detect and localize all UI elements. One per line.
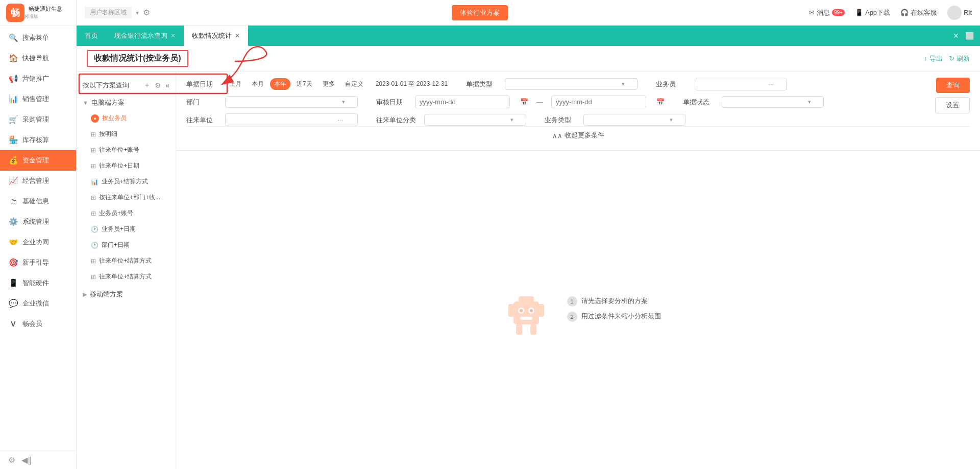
maximize-icon[interactable]: ⬜	[965, 32, 974, 40]
sidebar-nav: 🔍 搜索菜单 🏠 快捷导航 📢 营销推广 📊 销售管理 🛒 采购管理 🏪 库存核…	[0, 26, 76, 451]
calendar-icon-end[interactable]: 📅	[656, 98, 665, 106]
date-end: 2023-12-31	[416, 80, 448, 87]
user-item[interactable]: Rit	[947, 6, 972, 20]
tip-text-1: 请先选择要分析的方案	[581, 296, 648, 306]
sidebar-item-system[interactable]: ⚙️ 系统管理	[0, 212, 76, 232]
export-button[interactable]: ↑ 导出	[924, 54, 943, 63]
close-window-icon[interactable]: ✕	[953, 32, 959, 40]
capital-icon: 💰	[8, 155, 18, 166]
page-title: 收款情况统计(按业务员)	[94, 54, 181, 62]
partner-classification-select[interactable]: ▾	[424, 114, 526, 126]
header-settings-icon[interactable]: ⚙	[143, 8, 150, 17]
scheme-item-partner-settlement2[interactable]: ⊞ 往来单位+结算方式	[77, 269, 176, 285]
date-tab-last-month[interactable]: 上月	[225, 78, 246, 90]
scheme-item-partner-date[interactable]: ⊞ 往来单位+日期	[77, 158, 176, 174]
dept-chevron: ▾	[342, 99, 345, 105]
sidebar-item-member[interactable]: V 畅会员	[0, 314, 76, 334]
sidebar-item-capital[interactable]: 💰 资金管理	[0, 150, 76, 171]
voucher-type-label: 单据类型	[466, 80, 497, 89]
voucher-type-chevron: ▾	[622, 81, 625, 87]
tab-bar: 首页 现金银行流水查询 ✕ 收款情况统计 ✕ ✕ ⬜	[77, 26, 980, 46]
scheme-item-salesperson-account[interactable]: ⊞ 业务员+账号	[77, 205, 176, 221]
sidebar-label-guide: 新手引导	[22, 258, 49, 267]
date-tab-more[interactable]: 更多	[318, 78, 339, 90]
sidebar-item-quick-nav[interactable]: 🏠 快捷导航	[0, 48, 76, 68]
audit-date-end[interactable]	[551, 96, 646, 108]
panel-collapse-icon[interactable]: «	[165, 81, 169, 89]
home-icon: 🏠	[8, 53, 18, 63]
sidebar-item-basic[interactable]: 🗂 基础信息	[0, 191, 76, 212]
mobile-section-title[interactable]: ▶ 移动端方案	[77, 287, 176, 302]
active-indicator: ●	[91, 114, 99, 123]
partner-dept-icon: ⊞	[91, 194, 96, 201]
sidebar-item-hardware[interactable]: 📱 智能硬件	[0, 273, 76, 293]
query-button[interactable]: 查询	[936, 78, 970, 93]
audit-date-start[interactable]	[415, 96, 510, 108]
sidebar-item-guide[interactable]: 🎯 新手引导	[0, 252, 76, 273]
svg-rect-7	[508, 304, 514, 317]
salesperson-account-icon: ⊞	[91, 210, 96, 217]
dept-select[interactable]: ▾	[225, 96, 358, 108]
sidebar-item-wechat[interactable]: 💬 企业微信	[0, 293, 76, 314]
date-tab-custom[interactable]: 自定义	[341, 78, 368, 90]
scheme-item-partner-settlement1[interactable]: ⊞ 往来单位+结算方式	[77, 253, 176, 269]
svg-point-5	[530, 309, 533, 312]
date-dash: —	[536, 98, 543, 106]
date-tab-this-month[interactable]: 本月	[248, 78, 268, 90]
sidebar-label-system: 系统管理	[22, 217, 49, 226]
sidebar-item-enterprise[interactable]: 🤝 企业协同	[0, 232, 76, 252]
scheme-item-salesperson-settlement[interactable]: 📊 业务员+结算方式	[77, 174, 176, 190]
sidebar-label-sales: 销售管理	[22, 95, 49, 104]
sidebar-label-search: 搜索菜单	[22, 33, 49, 42]
tab-bank-flow[interactable]: 现金银行流水查询 ✕	[106, 26, 184, 46]
more-dots[interactable]: ···	[768, 80, 774, 88]
scheme-item-by-partner-dept[interactable]: ⊞ 按往来单位+部门+收...	[77, 190, 176, 205]
panel-settings-icon[interactable]: ⚙	[155, 81, 161, 89]
scheme-item-partner-account[interactable]: ⊞ 往来单位+账号	[77, 142, 176, 158]
sidebar-item-sales[interactable]: 📊 销售管理	[0, 89, 76, 109]
scheme-item-dept-date[interactable]: 🕐 部门+日期	[77, 237, 176, 253]
sidebar-item-inventory[interactable]: 🏪 库存核算	[0, 130, 76, 150]
salesperson-select[interactable]: ···	[695, 78, 787, 90]
tab-collection-stats-close[interactable]: ✕	[235, 32, 240, 39]
header-dropdown-icon[interactable]: ▾	[136, 9, 139, 16]
scheme-item-salesperson-date[interactable]: 🕐 业务员+日期	[77, 221, 176, 237]
partner-select[interactable]: ···	[225, 113, 358, 126]
tab-collection-stats[interactable]: 收款情况统计 ✕	[184, 26, 248, 46]
scheme-item-by-salesperson[interactable]: ● 按业务员	[77, 110, 176, 126]
partner-label: 往来单位	[186, 115, 217, 125]
footer-collapse-icon[interactable]: ◀‖	[21, 455, 32, 465]
date-tab-7days[interactable]: 近7天	[292, 78, 316, 90]
svg-rect-6	[520, 317, 532, 320]
sidebar-item-marketing[interactable]: 📢 营销推广	[0, 68, 76, 89]
scheme-item-label: 部门+日期	[102, 241, 130, 249]
wechat-icon: 💬	[8, 298, 18, 309]
trial-button[interactable]: 体验行业方案	[452, 5, 508, 20]
refresh-button[interactable]: ↻ 刷新	[949, 54, 970, 63]
scheme-item-by-detail[interactable]: ⊞ 按明细	[77, 126, 176, 142]
mobile-section: ▶ 移动端方案	[77, 287, 176, 302]
sidebar-item-purchase[interactable]: 🛒 采购管理	[0, 109, 76, 130]
scheme-item-label: 业务员+日期	[102, 225, 136, 233]
footer-settings-icon[interactable]: ⚙	[8, 455, 15, 465]
calendar-icon-start[interactable]: 📅	[520, 98, 528, 106]
panel-add-icon[interactable]: ＋	[143, 81, 151, 90]
sidebar-item-search[interactable]: 🔍 搜索菜单	[0, 28, 76, 48]
voucher-status-select[interactable]: ▾	[722, 96, 824, 108]
business-type-select[interactable]: ▾	[583, 114, 685, 126]
date-tab-this-year[interactable]: 本年	[270, 78, 290, 90]
tab-home[interactable]: 首页	[77, 26, 106, 46]
voucher-type-select[interactable]: ▾	[505, 78, 638, 90]
sidebar-item-business[interactable]: 📈 经营管理	[0, 171, 76, 191]
service-item[interactable]: 🎧 在线客服	[900, 8, 937, 17]
date-label: 单据日期	[186, 80, 217, 89]
sidebar-label-hardware: 智能硬件	[22, 278, 49, 288]
message-item[interactable]: ✉ 消息 99+	[809, 8, 845, 17]
collapse-bar[interactable]: ∧∧ 收起更多条件	[186, 126, 970, 144]
settings-button[interactable]: 设置	[935, 97, 970, 113]
top-header: 用户名称区域 ▾ ⚙ 体验行业方案 ✉ 消息 99+ 📱 App下载 🎧 在线客…	[77, 0, 980, 26]
app-download-item[interactable]: 📱 App下载	[855, 8, 890, 17]
tab-bank-flow-close[interactable]: ✕	[170, 32, 176, 39]
partner-dots[interactable]: ···	[337, 116, 343, 124]
desktop-section-title[interactable]: ▼ 电脑端方案	[77, 95, 176, 110]
